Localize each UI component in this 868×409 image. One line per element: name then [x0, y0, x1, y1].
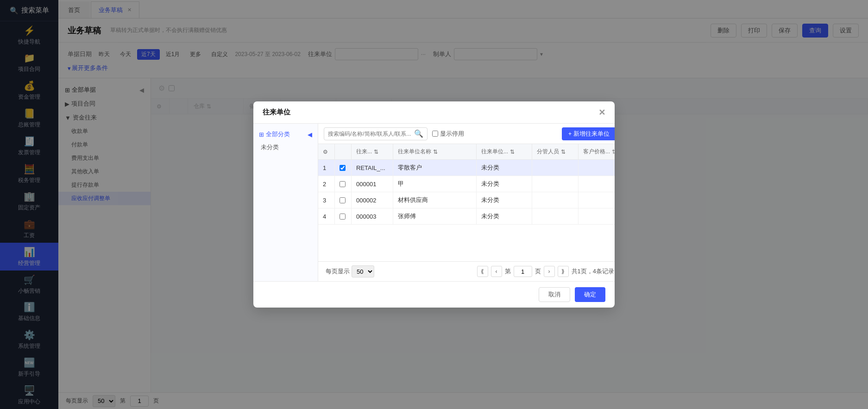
- row3-salesperson: [532, 192, 579, 208]
- page-label: 第: [505, 267, 511, 276]
- next-page-button[interactable]: ›: [544, 266, 555, 277]
- dth-check: [335, 144, 352, 159]
- dth-code: 往来... ⇅: [352, 144, 393, 159]
- dialog-header: 往来单位 ✕: [253, 101, 615, 124]
- dialog-body: ⊞ 全部分类 ◀ 未分类 🔍: [253, 124, 615, 281]
- confirm-button[interactable]: 确定: [575, 287, 605, 302]
- row2-check[interactable]: [335, 176, 352, 192]
- row4-num: 4: [318, 208, 335, 224]
- row1-checkbox[interactable]: [340, 165, 346, 171]
- row3-checkbox[interactable]: [340, 197, 346, 203]
- row3-num: 3: [318, 192, 335, 208]
- row4-price: [579, 208, 615, 224]
- prev-page-button[interactable]: ‹: [491, 266, 502, 277]
- row1-price: [579, 160, 615, 176]
- row4-category: 未分类: [477, 208, 532, 224]
- per-page-select-input[interactable]: 50: [352, 265, 374, 277]
- dialog-overlay: 往来单位 ✕ ⊞ 全部分类 ◀ 未分类: [0, 0, 868, 409]
- row3-check[interactable]: [335, 192, 352, 208]
- dth-salesperson: 分管人员 ⇅: [532, 144, 579, 159]
- dialog-title: 往来单位: [263, 108, 290, 117]
- table-row[interactable]: 2 000001 甲 未分类: [318, 176, 615, 192]
- dialog-close-button[interactable]: ✕: [598, 107, 605, 118]
- row3-price: [579, 192, 615, 208]
- pagination-controls: ⟪ ‹ 第 页 › ⟫ 共1页，4条记录: [477, 266, 614, 277]
- per-page-select: 每页显示 50: [326, 265, 374, 277]
- per-page-label: 每页显示: [326, 267, 350, 276]
- dialog-table: ⚙ 往来... ⇅ 往来单位名称 ⇅ 往来单位... ⇅ 分管人员 ⇅: [318, 144, 615, 261]
- row2-price: [579, 176, 615, 192]
- table-row[interactable]: 1 RETAIL_... 零散客户 未分类: [318, 160, 615, 176]
- row3-category: 未分类: [477, 192, 532, 208]
- row4-check[interactable]: [335, 208, 352, 224]
- row2-num: 2: [318, 176, 335, 192]
- row1-category: 未分类: [477, 160, 532, 176]
- dialog-toolbar: 🔍 显示停用 + 新增往来单位: [318, 124, 615, 144]
- dialog-left-panel: ⊞ 全部分类 ◀ 未分类: [253, 124, 318, 281]
- dialog-footer-bar: 每页显示 50 ⟪ ‹ 第 页 › ⟫ 共1页，4条记录: [318, 261, 615, 281]
- row2-code: 000001: [352, 176, 393, 192]
- dialog-category-unclassified[interactable]: 未分类: [253, 140, 318, 154]
- dth-settings[interactable]: ⚙: [318, 144, 335, 159]
- dialog-right-panel: 🔍 显示停用 + 新增往来单位 ⚙ 往来... ⇅: [318, 124, 615, 281]
- partner-dialog: 往来单位 ✕ ⊞ 全部分类 ◀ 未分类: [253, 101, 615, 308]
- dialog-table-header: ⚙ 往来... ⇅ 往来单位名称 ⇅ 往来单位... ⇅ 分管人员 ⇅: [318, 144, 615, 160]
- search-icon-2: 🔍: [414, 129, 423, 138]
- show-disabled-label[interactable]: 显示停用: [432, 130, 464, 138]
- dialog-left-header[interactable]: ⊞ 全部分类 ◀: [253, 128, 318, 140]
- current-page-input[interactable]: [514, 266, 532, 277]
- row1-code: RETAIL_...: [352, 160, 393, 176]
- row2-category: 未分类: [477, 176, 532, 192]
- row1-salesperson: [532, 160, 579, 176]
- dth-category: 往来单位... ⇅: [477, 144, 532, 159]
- row2-name: 甲: [393, 176, 477, 192]
- row4-checkbox[interactable]: [340, 214, 346, 220]
- page-suffix: 页: [535, 267, 541, 276]
- row4-code: 000003: [352, 208, 393, 224]
- search-box: 🔍: [324, 127, 428, 140]
- row3-code: 000002: [352, 192, 393, 208]
- row1-name: 零散客户: [393, 160, 477, 176]
- add-partner-button[interactable]: + 新增往来单位: [562, 127, 615, 140]
- dialog-actions: 取消 确定: [253, 281, 615, 308]
- table-row[interactable]: 4 000003 张师傅 未分类: [318, 208, 615, 225]
- cancel-button[interactable]: 取消: [539, 287, 570, 302]
- show-disabled-checkbox[interactable]: [432, 131, 438, 137]
- row1-check[interactable]: [335, 160, 352, 176]
- row2-salesperson: [532, 176, 579, 192]
- dth-price: 客户价格... ⇅: [579, 144, 615, 159]
- row3-name: 材料供应商: [393, 192, 477, 208]
- dialog-left-header-label: 全部分类: [266, 130, 290, 138]
- row4-name: 张师傅: [393, 208, 477, 224]
- table-row[interactable]: 3 000002 材料供应商 未分类: [318, 192, 615, 208]
- row2-checkbox[interactable]: [340, 181, 346, 187]
- row1-num: 1: [318, 160, 335, 176]
- total-label: 共1页，4条记录: [572, 267, 614, 276]
- row4-salesperson: [532, 208, 579, 224]
- collapse-dialog-left-icon[interactable]: ◀: [308, 131, 312, 138]
- grid-icon-2: ⊞: [259, 131, 264, 138]
- dth-name: 往来单位名称 ⇅: [393, 144, 477, 159]
- first-page-button[interactable]: ⟪: [477, 266, 488, 277]
- last-page-button[interactable]: ⟫: [558, 266, 569, 277]
- search-input[interactable]: [328, 131, 411, 137]
